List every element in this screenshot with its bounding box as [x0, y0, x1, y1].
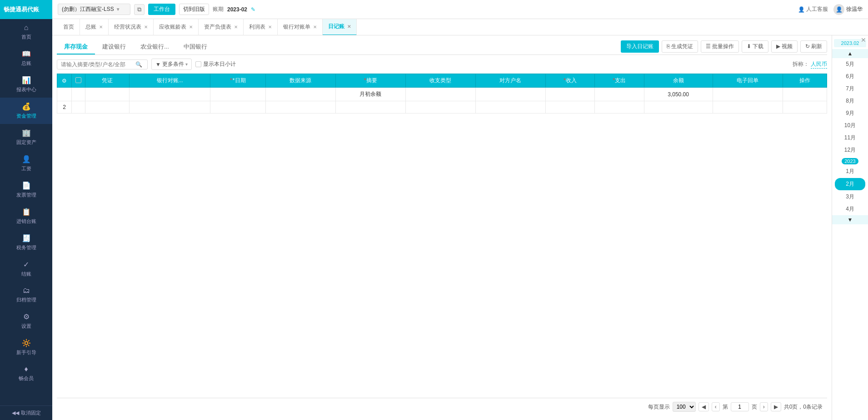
tab-journal[interactable]: 日记账 ✕ [323, 19, 357, 35]
tab-ledger-close[interactable]: ✕ [99, 25, 103, 30]
sidebar-item-settle[interactable]: ✓ 结账 [0, 256, 52, 282]
subtab-boc[interactable]: 中国银行 [176, 40, 215, 54]
subtab-abc[interactable]: 农业银行... [133, 40, 176, 54]
table-settings-icon[interactable]: ⚙ [62, 78, 67, 84]
import-journal-button[interactable]: 导入日记账 [621, 40, 659, 53]
show-today-checkbox[interactable] [195, 61, 201, 67]
first-page-button[interactable]: ◀ [698, 402, 709, 411]
video-button[interactable]: ▶ 视频 [771, 40, 798, 53]
copy-button[interactable]: ⧉ [134, 4, 145, 15]
row1-settings [57, 88, 72, 101]
sidebar-item-invoice[interactable]: 📄 发票管理 [0, 177, 52, 203]
col-bank-account: 银行对账... [130, 74, 210, 88]
download-button[interactable]: ⬇ 下载 [742, 40, 768, 53]
purchase-icon: 📋 [22, 208, 31, 216]
user-info[interactable]: 👤 徐温华 [833, 4, 863, 15]
next-page-button[interactable]: › [760, 402, 768, 411]
tab-assets-label: 资产负债表 [204, 23, 231, 31]
select-all-checkbox[interactable] [75, 77, 81, 83]
date-month-6[interactable]: 6月 [832, 70, 868, 83]
back-old-button[interactable]: 切到旧版 [179, 4, 209, 15]
col-voucher: 凭证 [85, 74, 130, 88]
generate-voucher-button[interactable]: ⎘ 生成凭证 [662, 40, 698, 53]
tab-business-close[interactable]: ✕ [144, 25, 148, 30]
tab-receivable[interactable]: 应收账龄表 ✕ [154, 19, 199, 35]
show-today-checkbox-label[interactable]: 显示本日小计 [195, 60, 236, 68]
date-month-1[interactable]: 1月 [832, 165, 868, 178]
current-year-badge-wrapper: 2023 [832, 158, 868, 164]
search-icon[interactable]: 🔍 [135, 61, 142, 68]
tab-bank-close[interactable]: ✕ [313, 25, 317, 30]
date-month-5[interactable]: 5月 [832, 58, 868, 70]
sidebar-item-purchase[interactable]: 📋 进销台账 [0, 203, 52, 229]
subtab-ccb[interactable]: 建设银行 [95, 40, 133, 54]
tab-receivable-close[interactable]: ✕ [189, 25, 193, 30]
date-month-12[interactable]: 12月 [832, 144, 868, 156]
sidebar-item-capital[interactable]: 💰 资金管理 [0, 98, 52, 124]
sidebar-item-home[interactable]: ⌂ 首页 [0, 19, 52, 45]
sidebar-item-guide[interactable]: 🔆 新手引导 [0, 334, 52, 361]
company-selector[interactable]: (勿删）江西融宝-LSS ▼ [58, 4, 130, 15]
date-month-2[interactable]: 2月 [835, 178, 865, 190]
prev-page-button[interactable]: ‹ [712, 402, 720, 411]
collapse-icon: ◀◀ [12, 410, 19, 416]
filter-button[interactable]: ▼ 更多条件 ▾ [151, 59, 192, 70]
refresh-button[interactable]: ↻ 刷新 [800, 40, 827, 53]
sidebar-item-tax[interactable]: 🧾 税务管理 [0, 229, 52, 256]
sidebar-item-archive[interactable]: 🗂 归档管理 [0, 282, 52, 308]
last-page-button[interactable]: ▶ [771, 402, 781, 411]
user-name: 徐温华 [846, 5, 863, 13]
tab-profit-label: 利润表 [249, 23, 265, 31]
period-edit-icon[interactable]: ✎ [251, 6, 255, 13]
user-service[interactable]: 👤 人工客服 [798, 5, 828, 13]
per-page-select[interactable]: 100 50 200 [673, 402, 696, 412]
date-scroll-up-button[interactable]: ▲ [832, 49, 868, 58]
main-area: (勿删）江西融宝-LSS ▼ ⧉ 工作台 切到旧版 账期 2023-02 ✎ 👤… [52, 0, 868, 420]
sidebar-item-wage[interactable]: 👤 工资 [0, 150, 52, 177]
row2-num: 2 [57, 101, 72, 114]
sidebar-item-member[interactable]: ♦ 畅会员 [0, 361, 52, 386]
date-month-11[interactable]: 11月 [832, 132, 868, 144]
sidebar-item-ledger[interactable]: 📖 总账 [0, 45, 52, 71]
filter-arrow-icon: ▾ [185, 62, 188, 67]
date-month-10[interactable]: 10月 [832, 119, 868, 132]
tab-journal-close[interactable]: ✕ [347, 24, 351, 29]
col-check[interactable] [72, 74, 85, 88]
date-month-8[interactable]: 8月 [832, 95, 868, 107]
currency-value[interactable]: 人民币 [811, 60, 827, 69]
journal-table: ⚙ 凭证 银行对账... **日期 数据来源 *摘要 收支类型 [57, 74, 827, 114]
tab-assets-close[interactable]: ✕ [234, 25, 238, 30]
tab-ledger[interactable]: 总账 ✕ [80, 19, 109, 35]
col-operation: 操作 [783, 74, 827, 88]
settings-icon: ⚙ [23, 312, 30, 321]
row2-operation [783, 101, 827, 114]
tab-ledger-label: 总账 [85, 23, 96, 31]
col-settings[interactable]: ⚙ [57, 74, 72, 88]
sidebar-item-report[interactable]: 📊 报表中心 [0, 71, 52, 98]
subtab-cash[interactable]: 库存现金 [57, 40, 95, 54]
tab-profit-close[interactable]: ✕ [268, 25, 272, 30]
tab-bank[interactable]: 银行对账单 ✕ [278, 19, 323, 35]
period-value: 2023-02 [227, 6, 247, 13]
date-month-4[interactable]: 4月 [832, 203, 868, 215]
date-month-7[interactable]: 7月 [832, 83, 868, 95]
batch-op-button[interactable]: ☰ 批量操作 [701, 40, 739, 53]
workbench-button[interactable]: 工作台 [148, 4, 175, 15]
row1-voucher [85, 88, 130, 101]
sidebar-item-settings[interactable]: ⚙ 设置 [0, 308, 52, 334]
row2-date [210, 101, 266, 114]
tab-home[interactable]: 首页 [58, 19, 80, 35]
col-data-source: 数据来源 [265, 74, 335, 88]
sidebar-collapse-btn[interactable]: ◀◀ 取消固定 [0, 405, 52, 420]
date-month-9[interactable]: 9月 [832, 107, 868, 119]
pagination: 每页显示 100 50 200 ◀ ‹ 第 页 › ▶ 共0页，0条记录 [57, 398, 827, 415]
page-input[interactable] [731, 402, 749, 411]
search-input[interactable] [61, 61, 134, 68]
tab-assets[interactable]: 资产负债表 ✕ [199, 19, 244, 35]
tab-business[interactable]: 经营状况表 ✕ [109, 19, 154, 35]
tab-profit[interactable]: 利润表 ✕ [244, 19, 278, 35]
date-scroll-down-button[interactable]: ▼ [832, 215, 868, 224]
date-month-3[interactable]: 3月 [832, 191, 868, 203]
date-panel-close-button[interactable]: ✕ [861, 36, 866, 44]
sidebar-item-fixed[interactable]: 🏢 固定资产 [0, 124, 52, 150]
